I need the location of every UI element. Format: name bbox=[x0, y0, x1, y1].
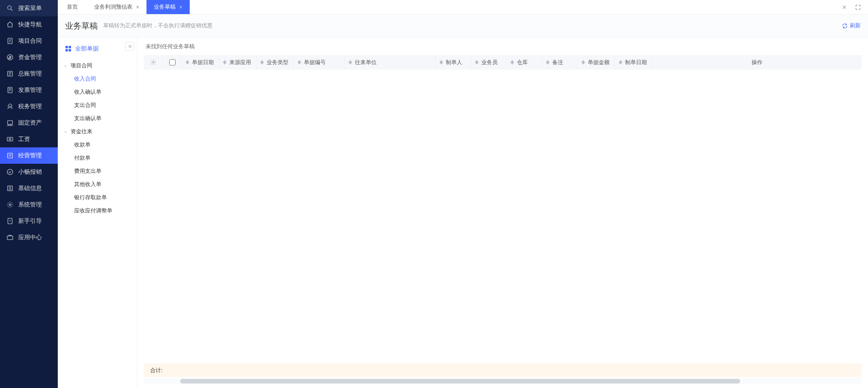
tree-item[interactable]: 银行存取款单 bbox=[58, 191, 137, 204]
table-wrap: 单据日期来源应用业务类型单据编号往来单位制单人业务员仓库备注单据金额制单日期操作… bbox=[144, 55, 862, 384]
fullscreen-icon[interactable] bbox=[854, 4, 862, 11]
column-label: 业务类型 bbox=[267, 59, 288, 66]
sidebar-item-guide[interactable]: 新手引导 bbox=[0, 213, 58, 229]
tree-item[interactable]: 应收应付调整单 bbox=[58, 204, 137, 217]
tab-close-icon[interactable]: × bbox=[179, 4, 182, 10]
sidebar-item-home[interactable]: 快捷导航 bbox=[0, 16, 58, 33]
home-icon bbox=[6, 21, 14, 28]
tree-item[interactable]: 支出确认单 bbox=[58, 112, 137, 125]
tree-item[interactable]: 收入合同 bbox=[58, 72, 137, 86]
column-settings-button[interactable] bbox=[144, 55, 163, 70]
column-label: 仓库 bbox=[517, 59, 528, 66]
tree-item[interactable]: 其他收入单 bbox=[58, 178, 137, 191]
sidebar-item-search[interactable]: 搜索菜单 bbox=[0, 0, 58, 16]
column-header[interactable]: 仓库 bbox=[507, 55, 542, 70]
sidebar-item-system[interactable]: 系统管理 bbox=[0, 197, 58, 213]
refresh-button[interactable]: 刷新 bbox=[842, 22, 861, 30]
column-header[interactable]: 单据日期 bbox=[182, 55, 219, 70]
search-icon bbox=[6, 5, 14, 12]
column-header[interactable]: 单据金额 bbox=[578, 55, 615, 70]
column-header[interactable]: 制单人 bbox=[436, 55, 471, 70]
column-label: 来源应用 bbox=[229, 59, 251, 66]
sidebar-item-label: 资金管理 bbox=[18, 53, 42, 61]
sort-icon[interactable] bbox=[581, 59, 586, 66]
asset-icon bbox=[6, 119, 14, 126]
doc-icon bbox=[6, 37, 14, 45]
close-all-tabs-icon[interactable] bbox=[841, 4, 848, 11]
tabs-bar: 首页业务利润预估表×业务草稿× bbox=[58, 0, 868, 15]
column-label: 单据日期 bbox=[192, 59, 214, 66]
sidebar-item-label: 快捷导航 bbox=[18, 20, 42, 29]
svg-rect-6 bbox=[7, 137, 13, 141]
sidebar-item-doc[interactable]: 项目合同 bbox=[0, 33, 58, 49]
sidebar-item-salary[interactable]: 工资 bbox=[0, 131, 58, 147]
sidebar-item-business[interactable]: 经营管理 bbox=[0, 147, 58, 164]
tree-item[interactable]: 付款单 bbox=[58, 151, 137, 165]
sidebar-item-label: 固定资产 bbox=[18, 119, 42, 127]
column-label: 制单日期 bbox=[625, 59, 647, 66]
sort-icon[interactable] bbox=[223, 59, 227, 66]
sidebar-item-label: 小畅报销 bbox=[18, 168, 42, 176]
sidebar-item-apps[interactable]: 应用中心 bbox=[0, 229, 58, 246]
tree-group: 资金往来收款单付款单费用支出单其他收入单银行存取款单应收应付调整单 bbox=[58, 125, 137, 217]
sort-icon[interactable] bbox=[510, 59, 515, 66]
sort-icon[interactable] bbox=[260, 59, 265, 66]
sort-icon[interactable] bbox=[298, 59, 302, 66]
sidebar-item-invoice[interactable]: 发票管理 bbox=[0, 82, 58, 98]
column-label: 单据金额 bbox=[588, 59, 610, 66]
tree-item[interactable]: 支出合同 bbox=[58, 99, 137, 112]
chevron-down-icon bbox=[63, 130, 68, 134]
sort-icon[interactable] bbox=[439, 59, 444, 66]
column-header[interactable]: 业务类型 bbox=[257, 55, 294, 70]
tab-close-icon[interactable]: × bbox=[136, 4, 139, 10]
main-sidebar: 搜索菜单 快捷导航 项目合同 资金管理 总账管理 发票管理 税务管理 固定资产 bbox=[0, 0, 58, 388]
grid-icon bbox=[65, 45, 71, 52]
tree-item[interactable]: 收款单 bbox=[58, 138, 137, 151]
collapse-inner-sidebar-button[interactable] bbox=[125, 42, 134, 51]
all-documents-label: 全部单据 bbox=[75, 45, 99, 53]
tree-group-header[interactable]: 资金往来 bbox=[58, 125, 137, 138]
sidebar-item-money[interactable]: 资金管理 bbox=[0, 49, 58, 66]
invoice-icon bbox=[6, 86, 14, 94]
chevron-down-icon bbox=[63, 64, 68, 68]
sort-icon[interactable] bbox=[619, 59, 623, 66]
sidebar-item-tax[interactable]: 税务管理 bbox=[0, 98, 58, 115]
tree-item[interactable]: 费用支出单 bbox=[58, 165, 137, 178]
column-header[interactable]: 往来单位 bbox=[345, 55, 436, 70]
horizontal-scrollbar[interactable] bbox=[144, 378, 862, 384]
sidebar-item-label: 系统管理 bbox=[18, 201, 42, 209]
column-label: 业务员 bbox=[481, 59, 498, 66]
select-all-checkbox[interactable] bbox=[169, 59, 176, 66]
horizontal-scrollbar-thumb[interactable] bbox=[180, 379, 740, 383]
content-area: 未找到任何业务草稿 单据日期来源应用业务类型单据编号往来单位制单人业务员仓库备注… bbox=[137, 37, 868, 388]
svg-point-11 bbox=[9, 204, 11, 206]
column-header[interactable]: 业务员 bbox=[471, 55, 507, 70]
sidebar-item-asset[interactable]: 固定资产 bbox=[0, 115, 58, 131]
tree-group-header[interactable]: 项目合同 bbox=[58, 59, 137, 72]
tab-0[interactable]: 首页 bbox=[58, 0, 87, 14]
sidebar-item-label: 经营管理 bbox=[18, 151, 42, 160]
column-header[interactable]: 制单日期 bbox=[615, 55, 652, 70]
sort-icon[interactable] bbox=[475, 59, 479, 66]
sidebar-item-label: 项目合同 bbox=[18, 37, 42, 45]
sidebar-item-label: 税务管理 bbox=[18, 102, 42, 111]
sort-icon[interactable] bbox=[348, 59, 353, 66]
sidebar-item-expense[interactable]: 小畅报销 bbox=[0, 164, 58, 180]
column-label: 往来单位 bbox=[355, 59, 377, 66]
column-header[interactable]: 备注 bbox=[542, 55, 578, 70]
apps-icon bbox=[6, 234, 14, 241]
sort-icon[interactable] bbox=[186, 59, 190, 66]
column-header[interactable]: 来源应用 bbox=[219, 55, 257, 70]
tree-item[interactable]: 收入确认单 bbox=[58, 86, 137, 99]
salary-icon bbox=[6, 136, 14, 143]
tab-1[interactable]: 业务利润预估表× bbox=[87, 0, 146, 14]
sort-icon[interactable] bbox=[546, 59, 550, 66]
system-icon bbox=[6, 201, 14, 208]
tab-2[interactable]: 业务草稿× bbox=[146, 0, 190, 14]
tab-label: 业务草稿 bbox=[154, 3, 176, 11]
sidebar-item-label: 应用中心 bbox=[18, 233, 42, 242]
svg-rect-15 bbox=[69, 46, 71, 48]
sidebar-item-ledger[interactable]: 总账管理 bbox=[0, 66, 58, 82]
sidebar-item-info[interactable]: 基础信息 bbox=[0, 180, 58, 197]
column-header[interactable]: 单据编号 bbox=[294, 55, 345, 70]
